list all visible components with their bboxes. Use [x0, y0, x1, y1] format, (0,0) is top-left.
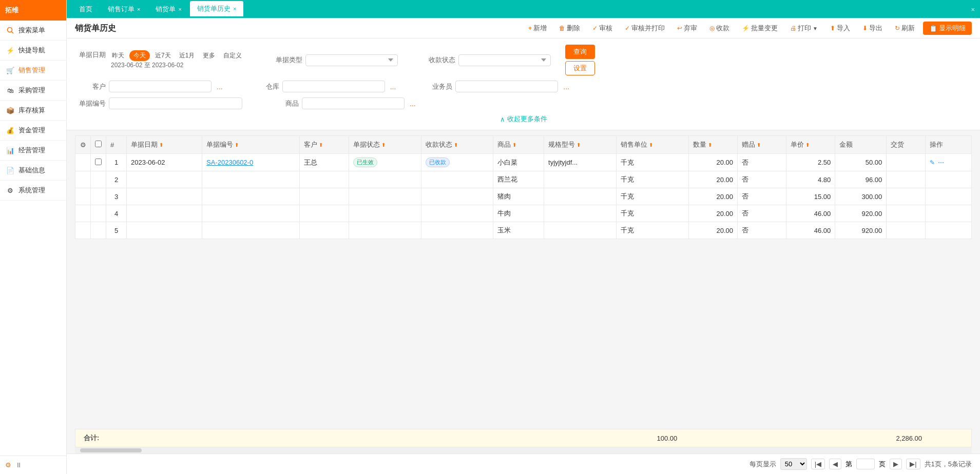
cell-checkbox[interactable] [91, 222, 106, 239]
cell-docno[interactable] [202, 171, 300, 188]
th-docstatus[interactable]: 单据状态 ⬆ [349, 136, 421, 154]
doc-no-link[interactable]: SA-20230602-0 [206, 159, 253, 166]
type-select[interactable] [305, 54, 398, 66]
print-button[interactable]: 🖨 打印 ▼ [786, 22, 822, 35]
abandon-button[interactable]: ↩ 弃审 [673, 22, 701, 35]
sidebar-item-basic-info[interactable]: 📄 基础信息 [0, 161, 66, 181]
page-prev-btn[interactable]: ◀ [829, 459, 841, 469]
cell-checkbox[interactable] [91, 171, 106, 188]
tab-home[interactable]: 首页 [72, 2, 100, 17]
pause-icon[interactable]: ⏸ [15, 461, 22, 469]
th-checkbox[interactable] [91, 136, 106, 154]
select-all-checkbox[interactable] [95, 141, 102, 147]
th-price[interactable]: 单价 ⬆ [786, 136, 835, 154]
goods-dots[interactable]: ... [410, 100, 416, 108]
goods-input[interactable] [302, 97, 405, 109]
import-button[interactable]: ⬆ 导入 [826, 22, 854, 35]
cell-num: 4 [106, 205, 127, 222]
th-setting[interactable]: ⚙ [75, 136, 91, 154]
cell-docno[interactable] [202, 205, 300, 222]
status-select[interactable] [458, 54, 551, 66]
per-page-select[interactable]: 50 100 [780, 458, 807, 470]
audit-button[interactable]: ✓ 审核 [588, 22, 617, 35]
page-next-btn[interactable]: ▶ [890, 459, 902, 469]
warehouse-input[interactable] [282, 81, 385, 92]
cell-docno[interactable]: SA-20230602-0 [202, 154, 300, 171]
date-btn-custom[interactable]: 自定义 [220, 50, 245, 61]
export-button[interactable]: ⬇ 导出 [858, 22, 887, 35]
sidebar-item-finance[interactable]: 💰 资金管理 [0, 121, 66, 141]
tab-close-icon[interactable]: × [233, 6, 236, 12]
settings-icon[interactable]: ⚙ [5, 461, 11, 469]
data-table: ⚙ # 单据日期 ⬆ 单据编号 [75, 135, 972, 239]
sidebar-item-purchase-mgmt[interactable]: 🛍 采购管理 [0, 81, 66, 101]
row-checkbox[interactable] [95, 159, 102, 165]
tab-sales-history[interactable]: 销货单历史 × [190, 1, 243, 17]
tab-close-icon[interactable]: × [178, 6, 181, 12]
cell-actions[interactable] [926, 222, 972, 239]
page-number-input[interactable]: 1 [856, 459, 875, 469]
date-btn-more[interactable]: 更多 [200, 50, 218, 61]
cell-actions[interactable]: ✎⋯ [926, 154, 972, 171]
table-container[interactable]: ⚙ # 单据日期 ⬆ 单据编号 [67, 130, 980, 429]
cell-actions[interactable] [926, 205, 972, 222]
per-page-label: 每页显示 [750, 460, 776, 469]
tabs-close-all[interactable]: × [971, 5, 975, 13]
sidebar-item-sales-mgmt[interactable]: 🛒 销售管理 [0, 61, 66, 81]
delete-button[interactable]: 🗑 删除 [555, 22, 584, 35]
sidebar-item-quick-nav[interactable]: ⚡ 快捷导航 [0, 41, 66, 61]
cell-docno[interactable] [202, 188, 300, 205]
th-date[interactable]: 单据日期 ⬆ [127, 136, 202, 154]
cell-checkbox[interactable] [91, 154, 106, 171]
new-button[interactable]: + 新增 [524, 22, 551, 35]
th-amount: 金额 [835, 136, 887, 154]
date-btn-yesterday[interactable]: 昨天 [109, 50, 127, 61]
hscroll-bar[interactable] [75, 447, 972, 453]
show-detail-button[interactable]: 📋 显示明细 [923, 22, 972, 35]
hscroll-thumb[interactable] [80, 448, 142, 452]
th-unit[interactable]: 销售单位 ⬆ [617, 136, 689, 154]
th-gift[interactable]: 赠品 ⬆ [738, 136, 786, 154]
set-button[interactable]: 设置 [565, 61, 595, 75]
tab-close-icon[interactable]: × [137, 6, 140, 12]
warehouse-dots[interactable]: ... [390, 83, 396, 91]
sidebar-item-sys-mgmt[interactable]: ⚙ 系统管理 [0, 181, 66, 201]
tab-sales-order[interactable]: 销售订单 × [101, 2, 147, 17]
cell-actions[interactable] [926, 171, 972, 188]
salesperson-input[interactable] [455, 81, 558, 92]
table-setting-icon[interactable]: ⚙ [80, 141, 86, 149]
cell-checkbox[interactable] [91, 205, 106, 222]
audit-print-button[interactable]: ✓ 审核并打印 [621, 22, 669, 35]
date-btn-1month[interactable]: 近1月 [176, 50, 198, 61]
sidebar-item-inventory[interactable]: 📦 库存核算 [0, 101, 66, 121]
tab-sales-invoice[interactable]: 销货单 × [148, 2, 188, 17]
refresh-button[interactable]: ↻ 刷新 [891, 22, 919, 35]
customer-input[interactable] [109, 81, 212, 92]
query-button[interactable]: 查询 [565, 45, 595, 59]
action-更多[interactable]: ⋯ [938, 159, 944, 166]
batch-change-button[interactable]: ⚡ 批量变更 [738, 22, 782, 35]
cell-actions[interactable] [926, 188, 972, 205]
th-goods[interactable]: 商品 ⬆ [493, 136, 544, 154]
cell-num: 1 [106, 154, 127, 171]
customer-dots[interactable]: ... [217, 83, 223, 91]
cell-docno[interactable] [202, 222, 300, 239]
th-qty[interactable]: 数量 ⬆ [688, 136, 737, 154]
action-编辑[interactable]: ✎ [930, 159, 935, 166]
collect-button[interactable]: ◎ 收款 [705, 22, 734, 35]
cell-goods: 玉米 [493, 222, 544, 239]
salesperson-dots[interactable]: ... [563, 83, 569, 91]
th-spec[interactable]: 规格型号 ⬆ [544, 136, 617, 154]
collapse-btn[interactable]: ∧ 收起更多条件 [75, 114, 972, 124]
page-last-btn[interactable]: ▶| [906, 459, 920, 469]
docnum-input[interactable] [109, 97, 242, 109]
th-docno[interactable]: 单据编号 ⬆ [202, 136, 300, 154]
cell-checkbox[interactable] [91, 188, 106, 205]
date-btn-today[interactable]: 今天 [129, 50, 150, 61]
th-customer[interactable]: 客户 ⬆ [300, 136, 349, 154]
date-btn-7days[interactable]: 近7天 [152, 50, 174, 61]
th-paystatus[interactable]: 收款状态 ⬆ [421, 136, 493, 154]
sidebar-item-operations[interactable]: 📊 经营管理 [0, 141, 66, 161]
sidebar-item-search-menu[interactable]: 搜索菜单 [0, 21, 66, 41]
page-first-btn[interactable]: |◀ [811, 459, 825, 469]
